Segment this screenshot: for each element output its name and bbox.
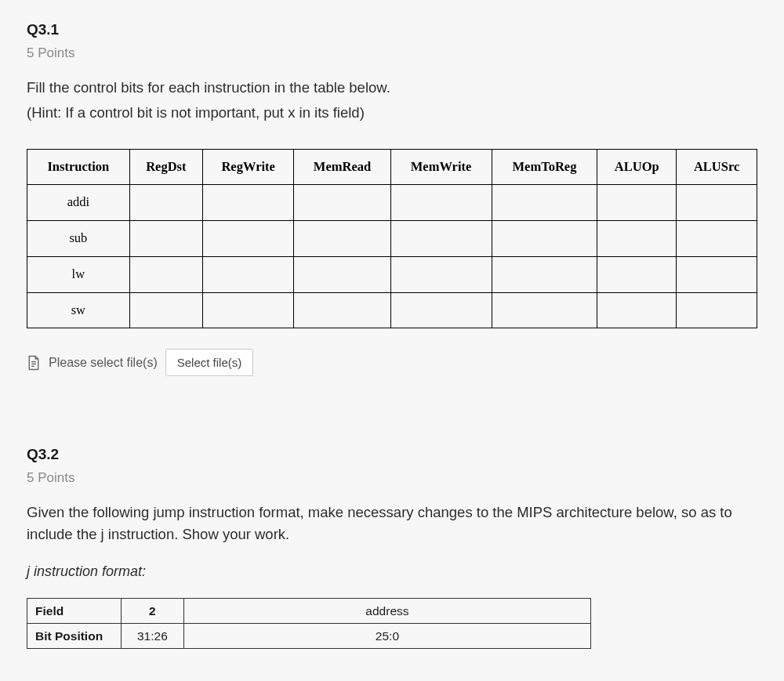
cell-instruction: lw [27,256,130,292]
q31-prompt-line1: Fill the control bits for each instructi… [27,77,757,99]
q32-points: 5 Points [27,468,757,488]
file-upload-row: Please select file(s) Select file(s) [27,349,757,376]
cell-instruction: sub [27,221,130,257]
upload-hint: Please select file(s) [49,353,158,372]
cell [492,292,597,328]
cell [597,221,677,257]
j-format-label: j instruction format: [27,561,757,582]
cell-instruction: sw [27,292,130,328]
col-memread: MemRead [294,149,390,185]
table-header-row: Instruction RegDst RegWrite MemRead MemW… [27,149,757,185]
q32-prompt: Given the following jump instruction for… [27,502,757,545]
q32-heading: Q3.2 [27,444,757,466]
cell-opcode-value: 2 [121,598,183,623]
cell [129,256,202,292]
q31-points: 5 Points [27,43,757,63]
cell [129,185,202,221]
table-row: Bit Position 31:26 25:0 [27,624,591,649]
col-memtoreg: MemToReg [492,149,597,185]
table-row: lw [27,256,757,292]
q31-prompt-line2: (Hint: If a control bit is not important… [27,102,757,124]
col-aluop: ALUOp [597,149,677,185]
cell [390,256,492,292]
cell [390,292,492,328]
document-icon [27,355,41,371]
col-regdst: RegDst [129,149,202,185]
cell [202,185,294,221]
cell [129,221,202,257]
cell [597,256,677,292]
cell [202,221,294,257]
cell [390,185,492,221]
col-regwrite: RegWrite [202,149,294,185]
select-files-button[interactable]: Select file(s) [165,349,254,376]
control-bits-table: Instruction RegDst RegWrite MemRead MemW… [27,149,757,329]
cell [294,221,390,257]
col-memwrite: MemWrite [390,149,492,185]
cell [597,185,677,221]
row-label-field: Field [27,598,122,623]
cell [677,185,757,221]
cell [492,221,597,257]
cell-instruction: addi [27,185,130,221]
col-alusrc: ALUSrc [677,149,757,185]
cell [390,221,492,257]
cell [294,256,390,292]
cell-bitpos-opcode: 31:26 [121,624,183,649]
cell [492,185,597,221]
page: Q3.1 5 Points Fill the control bits for … [0,0,784,681]
cell [294,292,390,328]
cell [677,256,757,292]
cell-address-label: address [183,598,590,623]
cell [129,292,202,328]
row-label-bitposition: Bit Position [27,624,122,649]
cell [677,221,757,257]
table-row: sw [27,292,757,328]
cell [492,256,597,292]
cell-bitpos-address: 25:0 [183,624,590,649]
cell [597,292,677,328]
table-row: Field 2 address [27,598,591,623]
table-row: sub [27,221,757,257]
j-format-table: Field 2 address Bit Position 31:26 25:0 [27,598,591,650]
cell [294,185,390,221]
col-instruction: Instruction [27,149,130,185]
cell [677,292,757,328]
cell [202,256,294,292]
cell [202,292,294,328]
q31-heading: Q3.1 [27,19,757,42]
table-row: addi [27,185,757,221]
